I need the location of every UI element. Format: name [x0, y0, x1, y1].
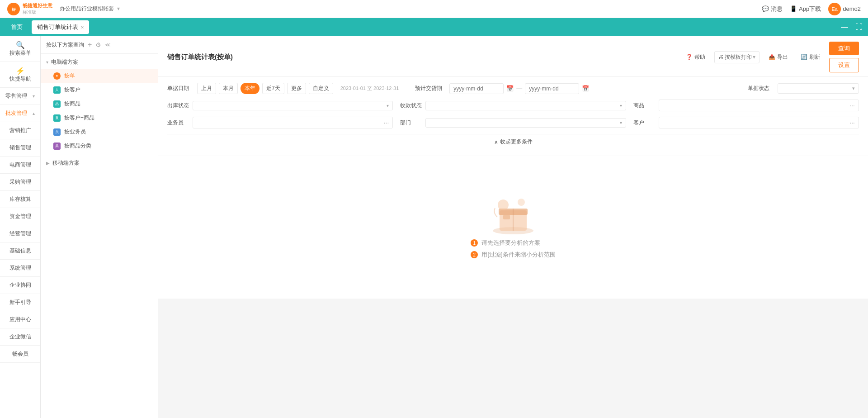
shipment-filter: 出库状态 ▾: [167, 101, 393, 110]
product-label: 商品: [633, 102, 656, 109]
date-btn-thisyear[interactable]: 本年: [241, 83, 259, 94]
left-panel-header: 按以下方案查询 + ⚙ ≪: [41, 36, 158, 54]
sidebar: 🔍 搜索菜单 ⚡ 快捷导航 零售管理 ▾ 批发管理 ▴ 营销推广 销售管理 电商…: [0, 36, 41, 418]
status-select[interactable]: ▾: [778, 83, 859, 94]
breadcrumb[interactable]: 办公用品行业模拟账套 ▾: [60, 5, 120, 13]
sidebar-item-newbie[interactable]: 新手引导: [0, 294, 40, 311]
payment-select[interactable]: ▾: [425, 101, 626, 110]
date-btn-custom[interactable]: 自定义: [309, 83, 333, 94]
expected-date-range: 📅 — 📅: [449, 83, 736, 94]
salesperson-input[interactable]: ···: [193, 117, 393, 128]
sidebar-item-finance[interactable]: 资金管理: [0, 208, 40, 225]
payment-label: 收款状态: [400, 102, 423, 109]
shipment-select[interactable]: ▾: [193, 101, 393, 110]
dots-icon: ···: [849, 102, 855, 109]
svg-rect-6: [503, 215, 510, 219]
tab-home[interactable]: 首页: [4, 20, 30, 34]
salesperson-filter: 业务员 ···: [167, 117, 393, 128]
date-btn-thismonth[interactable]: 本月: [219, 83, 238, 94]
sidebar-item-inventory[interactable]: 库存核算: [0, 191, 40, 208]
expected-date-end[interactable]: [525, 83, 579, 94]
chevron-down-icon: ▾: [387, 103, 389, 108]
tab-close-icon[interactable]: ×: [81, 24, 84, 30]
logo-icon: 好: [7, 3, 20, 15]
product-input[interactable]: ···: [659, 100, 859, 111]
tab-maximize-btn[interactable]: ⛶: [854, 21, 864, 33]
filter-section: 单据日期 上月 本月 本年 近7天 更多 自定义 2023-01-01 至 20…: [158, 76, 868, 156]
tab-bar-controls: — ⛶: [839, 21, 864, 33]
chevron-up-icon: ▴: [33, 111, 35, 116]
sidebar-item-sales[interactable]: 销售管理: [0, 139, 40, 157]
shipment-label: 出库状态: [167, 102, 190, 109]
customer-filter: 客户 ···: [633, 117, 859, 128]
date-btn-lastmonth[interactable]: 上月: [197, 83, 216, 94]
sidebar-item-system[interactable]: 系统管理: [0, 260, 40, 277]
sidebar-item-operations[interactable]: 经营管理: [0, 225, 40, 242]
export-btn[interactable]: 📤 导出: [765, 52, 792, 63]
left-panel: 按以下方案查询 + ⚙ ≪ ▾ 电脑端方案 ● 按单 人 按客户: [41, 36, 158, 418]
dept-select[interactable]: ▾: [425, 118, 626, 128]
add-plan-btn[interactable]: +: [88, 41, 92, 49]
message-btn[interactable]: 💬 消息: [762, 5, 783, 13]
sidebar-item-wholesale[interactable]: 批发管理 ▴: [0, 105, 40, 122]
tab-minimize-btn[interactable]: —: [839, 21, 850, 33]
sidebar-item-basics[interactable]: 基础信息: [0, 242, 40, 260]
export-icon: 📤: [769, 54, 775, 60]
page-title-row: 销售订单统计表(按单) ❓ 帮助 🖨 按模板打印 ▾ 📤: [167, 42, 859, 72]
sidebar-item-quicknav[interactable]: ⚡ 快捷导航: [0, 62, 40, 88]
plan-item-byorder[interactable]: ● 按单: [41, 69, 158, 83]
collapse-panel-btn[interactable]: ≪: [105, 42, 111, 48]
chevron-down-icon: ▾: [620, 103, 622, 108]
dropdown-icon: ▾: [852, 86, 855, 91]
sidebar-item-wechat[interactable]: 企业微信: [0, 328, 40, 346]
chevron-down-icon: ▾: [620, 120, 622, 125]
user-profile[interactable]: Ea demo2: [828, 3, 861, 15]
chevron-down-icon: ▾: [33, 94, 35, 99]
plan-item-bycustomerproduct[interactable]: 复 按客户+商品: [41, 111, 158, 125]
sidebar-item-retail[interactable]: 零售管理 ▾: [0, 88, 40, 105]
customer-input[interactable]: ···: [659, 117, 859, 128]
help-icon: ❓: [686, 54, 693, 60]
sidebar-item-member[interactable]: 畅会员: [0, 346, 40, 363]
content-area: 按以下方案查询 + ⚙ ≪ ▾ 电脑端方案 ● 按单 人 按客户: [41, 36, 868, 418]
plan-item-byproduct[interactable]: 品 按商品: [41, 97, 158, 111]
collapse-btn[interactable]: ∧ 收起更多条件: [494, 138, 533, 146]
plan-item-bysalesperson[interactable]: 员 按业务员: [41, 125, 158, 139]
sidebar-item-purchase[interactable]: 采购管理: [0, 174, 40, 191]
logo-text: 畅捷通好生意 标准版: [23, 2, 52, 15]
product-icon: 品: [53, 100, 61, 108]
filter-row-people: 业务员 ··· 部门 ▾ 客户: [167, 117, 859, 128]
chevron-down-icon: ▾: [46, 60, 48, 65]
app-download-btn[interactable]: 📱 App下载: [790, 5, 821, 13]
dots-icon: ···: [384, 119, 389, 126]
svg-text:好: 好: [11, 7, 16, 12]
category-icon: 类: [53, 142, 61, 150]
plan-section-mobile: ▶ 移动端方案: [41, 155, 158, 171]
date-btn-7days[interactable]: 近7天: [262, 83, 284, 94]
sidebar-item-appcenter[interactable]: 应用中心: [0, 311, 40, 328]
top-header: 好 畅捷通好生意 标准版 办公用品行业模拟账套 ▾ 💬 消息 📱 App下载 E…: [0, 0, 868, 18]
template-print-btn[interactable]: 🖨 按模板打印 ▾: [714, 51, 760, 63]
expected-date-label: 预计交货期: [415, 85, 442, 92]
help-btn[interactable]: ❓ 帮助: [682, 52, 709, 63]
search-btn[interactable]: 查询: [829, 42, 859, 55]
plan-item-bycategory[interactable]: 类 按商品分类: [41, 139, 158, 153]
filter-row-status: 出库状态 ▾ 收款状态 ▾ 商品: [167, 100, 859, 111]
plan-category-desktop[interactable]: ▾ 电脑端方案: [41, 56, 158, 69]
date-btn-more[interactable]: 更多: [287, 83, 306, 94]
svg-point-8: [518, 199, 525, 206]
collapse-row[interactable]: ∧ 收起更多条件: [167, 134, 859, 149]
sidebar-item-search[interactable]: 🔍 搜索菜单: [0, 36, 40, 62]
sidebar-item-enterprise[interactable]: 企业协同: [0, 277, 40, 294]
plan-category-mobile[interactable]: ▶ 移动端方案: [41, 157, 158, 170]
sidebar-item-ecommerce[interactable]: 电商管理: [0, 157, 40, 174]
settings-plan-btn[interactable]: ⚙: [95, 41, 101, 48]
date-buttons: 上月 本月 本年 近7天 更多 自定义: [197, 83, 333, 94]
refresh-icon: 🔄: [801, 54, 807, 60]
sidebar-item-marketing[interactable]: 营销推广: [0, 122, 40, 139]
expected-date-start[interactable]: [449, 83, 504, 94]
tab-sales-stats[interactable]: 销售订单统计表 ×: [32, 20, 89, 34]
plan-item-bycustomer[interactable]: 人 按客户: [41, 83, 158, 97]
settings-filter-btn[interactable]: 设置: [829, 58, 859, 72]
refresh-btn[interactable]: 🔄 刷新: [797, 52, 824, 63]
